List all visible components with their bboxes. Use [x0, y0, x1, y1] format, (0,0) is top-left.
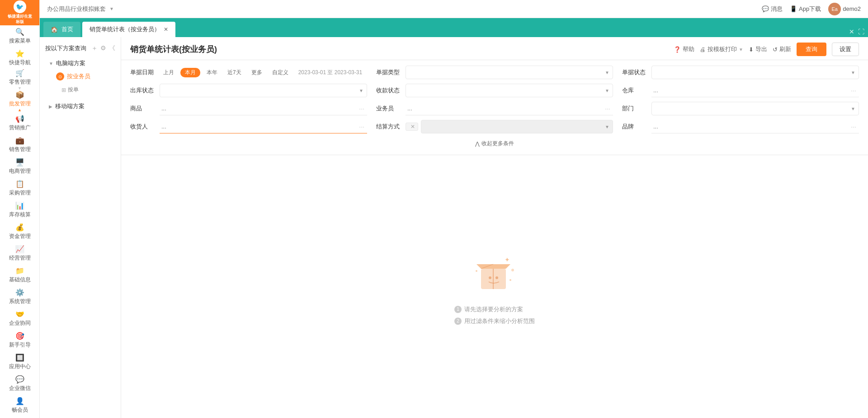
- sidebar-item-search-menu[interactable]: 🔍 搜索菜单: [0, 25, 40, 47]
- settlement-select[interactable]: [421, 120, 613, 133]
- receiver-input[interactable]: [160, 120, 367, 133]
- date-tab-7days[interactable]: 近7天: [224, 68, 245, 77]
- sidebar-item-enterprise-wechat[interactable]: 💬 企业微信: [0, 373, 40, 394]
- scheme-group-desktop-header[interactable]: ▼ 电脑端方案: [40, 57, 121, 70]
- refresh-btn[interactable]: ↺ 刷新: [773, 45, 791, 53]
- doc-type-select[interactable]: [406, 66, 613, 79]
- tab-sales-stat-label: 销货单统计表（按业务员）: [90, 25, 160, 33]
- refresh-label: 刷新: [779, 45, 791, 53]
- sidebar-item-app-center[interactable]: 🔲 应用中心: [0, 351, 40, 373]
- app-download-label: App下载: [799, 5, 821, 13]
- scheme-collapse-icon[interactable]: 《: [109, 44, 115, 52]
- warehouse-control: ···: [651, 84, 859, 97]
- product-input[interactable]: [160, 102, 367, 115]
- query-button[interactable]: 查询: [797, 43, 826, 56]
- salesperson-input[interactable]: [406, 102, 613, 115]
- sidebar-item-retail[interactable]: 🛒 零售管理 ▼: [0, 69, 40, 90]
- help-btn[interactable]: ❓ 帮助: [674, 45, 694, 53]
- app-download-btn[interactable]: 📱 App下载: [790, 5, 821, 13]
- export-btn[interactable]: ⬇ 导出: [749, 45, 767, 53]
- sidebar-item-inventory[interactable]: 📊 库存核算: [0, 199, 40, 221]
- content: 按以下方案查询 ＋ ⚙ 《 ▼ 电脑端方案 ⊙ 按业务员 ⊞ 按单: [40, 37, 868, 418]
- out-status-select[interactable]: [160, 84, 367, 97]
- app-logo: 🐦 畅捷通好生意 标版: [0, 0, 40, 25]
- date-label: 单据日期: [130, 68, 160, 76]
- doc-type-label: 单据类型: [376, 68, 406, 76]
- top-nav-left: 办公用品行业模拟账套 ▼: [47, 5, 114, 13]
- filter-salesperson: 业务员 ···: [376, 102, 613, 115]
- group-arrow-icon: ▼: [49, 61, 53, 66]
- warehouse-dots-icon[interactable]: ···: [851, 87, 856, 94]
- brand-input[interactable]: [651, 120, 859, 133]
- date-tab-last-month[interactable]: 上月: [160, 68, 178, 77]
- sidebar: 🐦 畅捷通好生意 标版 🔍 搜索菜单 ⭐ 快捷导航 🛒 零售管理 ▼ 📦 批发管…: [0, 0, 40, 418]
- tab-maximize-icon[interactable]: ⛶: [858, 28, 864, 35]
- sidebar-item-cooperation[interactable]: 🤝 企业协同: [0, 308, 40, 329]
- scheme-add-btn[interactable]: ＋: [91, 44, 98, 52]
- svg-text:✦: ✦: [505, 256, 510, 263]
- svg-point-6: [511, 269, 514, 271]
- tip-2-label: 用过滤条件来缩小分析范围: [464, 317, 535, 325]
- sidebar-item-purchase[interactable]: 📋 采购管理: [0, 177, 40, 199]
- receipt-status-select[interactable]: [406, 84, 613, 97]
- date-tab-more[interactable]: 更多: [248, 68, 266, 77]
- sidebar-item-sales-mgmt[interactable]: 💼 销售管理: [0, 134, 40, 156]
- scheme-group-desktop-label: 电脑端方案: [56, 59, 85, 67]
- product-dropdown-arrow-icon[interactable]: ▼: [109, 6, 114, 11]
- salesperson-control: ···: [406, 102, 613, 115]
- department-control: ▼: [651, 102, 859, 115]
- brand-dots-icon[interactable]: ···: [851, 123, 856, 130]
- date-control: 上月 本月 本年 近7天 更多 自定义 2023-03-01 至 2023-03…: [160, 68, 367, 77]
- template-print-btn[interactable]: 🖨 按模板打印 ▼: [700, 45, 743, 53]
- receipt-status-control: ▼: [406, 84, 613, 97]
- collapse-filters-btn[interactable]: ⋀ 收起更多条件: [130, 138, 859, 149]
- scheme-settings-icon[interactable]: ⚙: [100, 44, 106, 52]
- tab-close-icon[interactable]: ✕: [164, 26, 168, 33]
- filter-receiver: 收货人 ···: [130, 120, 367, 133]
- sidebar-item-basic-info[interactable]: 📁 基础信息: [0, 264, 40, 286]
- sidebar-label-system: 系统管理: [9, 298, 31, 305]
- date-tab-this-year[interactable]: 本年: [203, 68, 221, 77]
- date-tab-custom[interactable]: 自定义: [269, 68, 292, 77]
- product-dots-icon[interactable]: ···: [359, 105, 364, 112]
- scheme-sub-item-by-order[interactable]: ⊞ 按单: [40, 83, 121, 96]
- department-label: 部门: [622, 104, 651, 113]
- settlement-tag-remove-icon[interactable]: ✕: [410, 124, 415, 130]
- receiver-dots-icon[interactable]: ···: [359, 123, 364, 130]
- department-select[interactable]: [651, 102, 859, 115]
- export-icon: ⬇: [749, 46, 754, 53]
- message-btn[interactable]: 💬 消息: [762, 5, 783, 13]
- sales-mgmt-icon: 💼: [15, 136, 24, 145]
- user-profile[interactable]: Ea demo2: [828, 3, 861, 15]
- brand-label: 品牌: [622, 123, 651, 131]
- settings-button[interactable]: 设置: [832, 43, 859, 56]
- doc-status-select[interactable]: [651, 66, 859, 79]
- sidebar-item-quick-nav[interactable]: ⭐ 快捷导航: [0, 47, 40, 69]
- scheme-group-mobile-header[interactable]: ▶ 移动端方案: [40, 100, 121, 113]
- product-control: ···: [160, 102, 367, 115]
- tab-close-all-icon[interactable]: ✕: [849, 28, 854, 35]
- sidebar-item-member[interactable]: 👤 畅会员: [0, 394, 40, 416]
- scheme-group-desktop: ▼ 电脑端方案 ⊙ 按业务员 ⊞ 按单: [40, 55, 121, 98]
- basic-info-icon: 📁: [15, 266, 24, 275]
- tab-sales-stat[interactable]: 销货单统计表（按业务员） ✕: [82, 22, 175, 37]
- date-tab-this-month[interactable]: 本月: [180, 68, 200, 77]
- sidebar-label-app-center: 应用中心: [9, 363, 31, 370]
- tab-home[interactable]: 🏠 首页: [43, 22, 80, 37]
- scheme-group-mobile: ▶ 移动端方案: [40, 98, 121, 114]
- sidebar-item-finance[interactable]: 💰 资金管理: [0, 221, 40, 242]
- sidebar-item-marketing[interactable]: 📢 营销推广: [0, 112, 40, 134]
- sidebar-item-wholesale[interactable]: 📦 批发管理 ▲: [0, 90, 40, 112]
- filter-row-3: 商品 ··· 业务员 ···: [130, 102, 859, 115]
- salesperson-dots-icon[interactable]: ···: [605, 105, 610, 112]
- sidebar-item-system[interactable]: ⚙️ 系统管理: [0, 286, 40, 308]
- empty-tip-2: 2 用过滤条件来缩小分析范围: [454, 317, 535, 325]
- sidebar-item-newbie[interactable]: 🎯 新手引导: [0, 329, 40, 351]
- message-label: 消息: [771, 5, 783, 13]
- warehouse-input[interactable]: [651, 84, 859, 97]
- sidebar-item-operations[interactable]: 📈 经营管理: [0, 242, 40, 264]
- scheme-item-by-salesperson[interactable]: ⊙ 按业务员: [40, 70, 121, 83]
- settlement-label: 结算方式: [376, 123, 406, 131]
- sidebar-item-ecommerce[interactable]: 🖥️ 电商管理: [0, 156, 40, 177]
- doc-type-control: ▼: [406, 66, 613, 79]
